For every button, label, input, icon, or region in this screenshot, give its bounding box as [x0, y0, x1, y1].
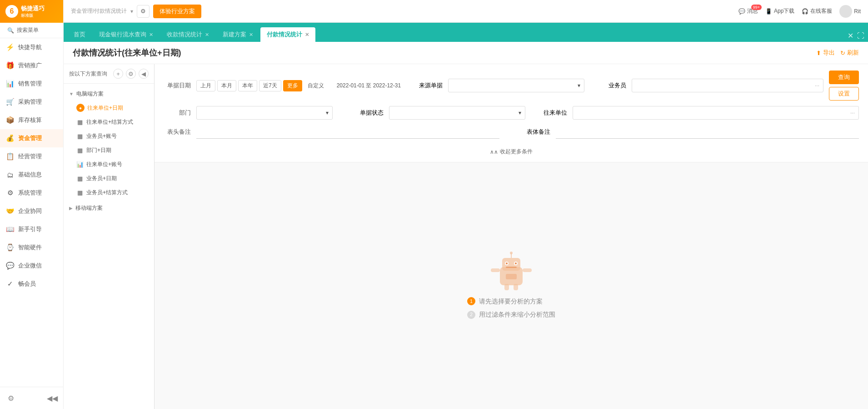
- scheme-icon: ▦: [76, 119, 84, 126]
- sidebar-item-marketing[interactable]: 🎁 营销推广: [0, 56, 63, 75]
- sidebar-item-operation[interactable]: 📋 经营管理: [0, 147, 63, 166]
- sidebar-item-inventory[interactable]: 📦 库存核算: [0, 111, 63, 129]
- collapse-more-btn[interactable]: ∧∧ 收起更多条件: [164, 144, 859, 156]
- staff-select[interactable]: ···: [632, 79, 823, 92]
- sidebar-search[interactable]: 🔍 搜索菜单: [0, 23, 63, 38]
- scheme-group-mobile: ▶ 移动端方案: [64, 202, 154, 215]
- sidebar-item-label: 经营管理: [18, 152, 42, 161]
- tab-new-scheme[interactable]: 新建方案 ✕: [216, 27, 259, 42]
- tab-payment-stat-label: 付款情况统计: [267, 30, 302, 39]
- tab-new-scheme-close[interactable]: ✕: [249, 32, 253, 37]
- scheme-group-header-mobile[interactable]: ▶ 移动端方案: [64, 202, 154, 215]
- scheme-item-staff-settlement[interactable]: ▦ 业务员+结算方式: [64, 186, 154, 200]
- tab-cash-flow[interactable]: 现金银行流水查询 ✕: [93, 27, 160, 42]
- app-download-btn[interactable]: 📱 App下载: [765, 7, 794, 15]
- dotdotdot-icon: ···: [850, 110, 855, 116]
- date-last-7-btn[interactable]: 近7天: [259, 80, 281, 91]
- dept-select[interactable]: ▾: [196, 106, 333, 120]
- sidebar-item-label: 采购管理: [18, 98, 42, 106]
- results-area: 1 请先选择要分析的方案 2 用过滤条件来缩小分析范围: [155, 162, 868, 409]
- scheme-item-partner-settlement[interactable]: ▦ 往来单位+结算方式: [64, 115, 154, 129]
- sidebar-item-label: 基础信息: [18, 171, 42, 179]
- filter-row-3: 表头备注 表体备注: [164, 125, 859, 139]
- date-custom-btn[interactable]: 自定义: [304, 81, 328, 91]
- sidebar-item-label: 企业微信: [18, 262, 42, 270]
- inventory-icon: 📦: [5, 116, 15, 125]
- tab-payment-stat-close[interactable]: ✕: [305, 32, 309, 37]
- date-this-year-btn[interactable]: 本年: [238, 80, 257, 91]
- add-scheme-btn[interactable]: +: [113, 69, 123, 79]
- finance-icon: 💰: [5, 134, 15, 143]
- tab-income-stat-close[interactable]: ✕: [205, 32, 209, 37]
- filter-row-2: 部门 ▾ 单据状态 ▾ 往来单位 ···: [164, 106, 859, 120]
- tab-fullscreen-btn[interactable]: ⛶: [857, 32, 864, 40]
- trial-btn[interactable]: 体验行业方案: [153, 5, 201, 18]
- purchase-icon: 🛒: [5, 97, 15, 106]
- svg-rect-6: [506, 267, 517, 268]
- scheme-item-partner-date[interactable]: ● 往来单位+日期: [64, 101, 154, 115]
- header-note-input[interactable]: [196, 125, 499, 139]
- sidebar-item-label: 快捷导航: [18, 43, 42, 51]
- messages-btn[interactable]: 💬 消息 99+: [738, 7, 758, 15]
- tabbar: 首页 现金银行流水查询 ✕ 收款情况统计 ✕ 新建方案 ✕ 付款情况统计 ✕ ✕…: [64, 23, 868, 42]
- sidebar-item-label: 资金管理: [18, 134, 42, 142]
- topbar-dropdown-arrow[interactable]: ▾: [130, 8, 133, 15]
- sidebar-item-member[interactable]: ✓ 畅会员: [0, 275, 63, 293]
- tab-cash-flow-close[interactable]: ✕: [149, 32, 153, 37]
- scheme-item-label: 往来单位+日期: [87, 104, 123, 112]
- page-header-actions: ⬆ 导出 ↻ 刷新: [816, 49, 859, 57]
- svg-rect-11: [506, 274, 517, 279]
- sidebar-item-hardware[interactable]: ⌚ 智能硬件: [0, 238, 63, 257]
- sidebar-item-wechat[interactable]: 💬 企业微信: [0, 257, 63, 275]
- refresh-btn[interactable]: ↻ 刷新: [840, 49, 859, 57]
- query-btn[interactable]: 查询: [829, 71, 859, 84]
- sidebar-item-purchase[interactable]: 🛒 采购管理: [0, 93, 63, 111]
- sidebar-item-sales[interactable]: 📊 销售管理: [0, 75, 63, 93]
- date-last-month-btn[interactable]: 上月: [196, 80, 215, 91]
- user-area[interactable]: Rit: [839, 5, 861, 18]
- tab-income-stat[interactable]: 收款情况统计 ✕: [160, 27, 215, 42]
- logo-name: 畅捷通巧: [21, 5, 45, 13]
- scheme-item-partner-account[interactable]: 📊 往来单位+账号: [64, 157, 154, 172]
- bottom-settings-btn[interactable]: ⚙: [5, 392, 17, 404]
- scheme-group-header-pc[interactable]: ▼ 电脑端方案: [64, 87, 154, 101]
- tab-payment-stat[interactable]: 付款情况统计 ✕: [260, 27, 315, 42]
- filter-settings-btn[interactable]: 设置: [829, 87, 859, 101]
- sidebar-item-guide[interactable]: 📖 新手引导: [0, 220, 63, 238]
- scheme-item-dept-date[interactable]: ▦ 部门+日期: [64, 143, 154, 157]
- partner-select[interactable]: ···: [573, 106, 859, 120]
- source-doc-select[interactable]: ▾: [448, 79, 584, 92]
- sidebar-item-quick-nav[interactable]: ⚡ 快捷导航: [0, 38, 63, 56]
- scheme-item-label: 部门+日期: [86, 146, 111, 154]
- scheme-icon: ▦: [76, 147, 84, 154]
- source-doc-label: 来源单据: [406, 81, 443, 90]
- date-more-btn[interactable]: 更多: [283, 80, 302, 91]
- sidebar-item-cooperation[interactable]: 🤝 企业协同: [0, 202, 63, 220]
- topbar-left: 资金管理/付款情况统计 ▾ ⚙ 体验行业方案: [71, 5, 201, 18]
- sidebar-item-basic[interactable]: 🗂 基础信息: [0, 166, 63, 184]
- tab-home[interactable]: 首页: [67, 27, 92, 42]
- scheme-icon: ▦: [76, 189, 84, 197]
- export-btn[interactable]: ⬆ 导出: [816, 49, 835, 57]
- body-note-input[interactable]: [556, 125, 859, 139]
- scheme-item-label: 业务员+结算方式: [86, 189, 128, 197]
- sidebar-collapse-btn[interactable]: ◀◀: [46, 392, 59, 404]
- sidebar-item-system[interactable]: ⚙ 系统管理: [0, 184, 63, 202]
- scheme-collapse-btn[interactable]: ◀: [139, 69, 149, 79]
- system-icon: ⚙: [5, 188, 15, 197]
- tab-close-all-btn[interactable]: ✕: [848, 31, 853, 40]
- doc-status-select[interactable]: ▾: [389, 106, 525, 120]
- topbar-settings-btn[interactable]: ⚙: [137, 5, 150, 18]
- sidebar: 6 畅捷通巧 标准版 🔍 搜索菜单 ⚡ 快捷导航 🎁 营销推广 📊 销售管理 🛒…: [0, 0, 64, 409]
- scheme-item-staff-date[interactable]: ▦ 业务员+日期: [64, 172, 154, 186]
- filter-area: 单据日期 上月 本月 本年 近7天 更多 自定义 2022-01-01 至 20…: [155, 64, 868, 162]
- date-this-month-btn[interactable]: 本月: [217, 80, 236, 91]
- online-service-btn[interactable]: 🎧 在线客服: [802, 7, 832, 15]
- sidebar-item-finance[interactable]: 💰 资金管理: [0, 129, 63, 147]
- content: 付款情况统计(往来单位+日期) ⬆ 导出 ↻ 刷新 按以下方案查询 +: [64, 42, 868, 409]
- group-arrow-icon: ▶: [69, 206, 73, 211]
- scheme-item-staff-account[interactable]: ▦ 业务员+账号: [64, 129, 154, 143]
- scheme-item-label: 往来单位+结算方式: [86, 118, 133, 126]
- sidebar-item-label: 企业协同: [18, 207, 42, 215]
- scheme-settings-btn[interactable]: ⚙: [126, 69, 136, 79]
